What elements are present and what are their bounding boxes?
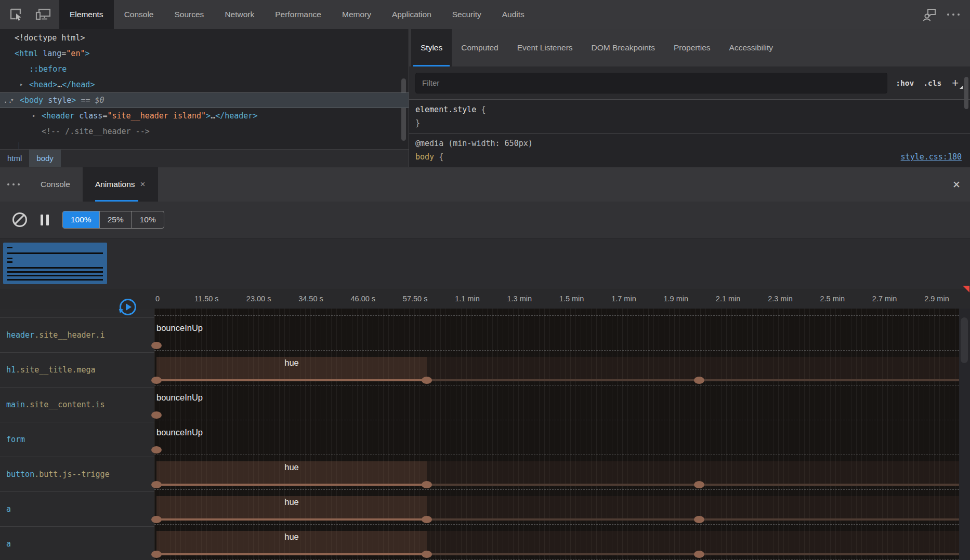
keyframe-point[interactable]	[694, 551, 704, 558]
rule-open-brace: {	[434, 152, 443, 162]
keyframe-point[interactable]	[422, 551, 432, 558]
dom-token-attr: style	[43, 96, 71, 105]
animation-node-a[interactable]: a	[0, 526, 154, 560]
animation-duration-bar	[427, 518, 959, 521]
keyframe-point[interactable]	[422, 481, 432, 488]
animation-node-button[interactable]: button.butt.js--trigge	[0, 457, 154, 491]
dom-node-line[interactable]: <html lang="en">	[0, 46, 409, 61]
animation-track-bounceInUp: bounceInUp	[154, 317, 959, 352]
keyframe-point[interactable]	[151, 411, 162, 419]
dom-token-tag: ::before	[29, 64, 67, 74]
node-classes: .site__header.i	[34, 330, 104, 340]
tab-accessibility[interactable]: Accessibility	[720, 29, 782, 66]
dom-node-line[interactable]: <!doctype html>	[0, 30, 409, 46]
dom-token-attr: class	[74, 111, 102, 121]
keyframe-point[interactable]	[422, 377, 432, 384]
toggle-hover-state-button[interactable]: :hov	[895, 77, 915, 89]
keyframe-point[interactable]	[151, 551, 162, 558]
animation-duration-bar	[156, 553, 427, 555]
tab-console[interactable]: Console	[114, 0, 164, 29]
tab-dom-breakpoints[interactable]: DOM Breakpoints	[582, 29, 664, 66]
breadcrumb-body[interactable]: body	[29, 150, 61, 167]
inspect-cursor-icon[interactable]	[7, 6, 25, 23]
clear-all-icon[interactable]	[12, 212, 27, 227]
animation-group-thumbnail[interactable]	[3, 243, 107, 284]
tab-network[interactable]: Network	[214, 0, 265, 29]
keyframe-point[interactable]	[694, 377, 704, 384]
playback-rate-10[interactable]: 10%	[132, 211, 164, 228]
timeline-scrollbar-thumb[interactable]	[961, 317, 968, 363]
dom-node-line[interactable]: ::before	[0, 61, 409, 77]
tab-performance[interactable]: Performance	[265, 0, 332, 29]
keyframe-point[interactable]	[694, 481, 704, 488]
animation-node-form[interactable]: form	[0, 422, 154, 457]
tab-security[interactable]: Security	[442, 0, 492, 29]
dom-node-line[interactable]: <!-- /.site__header -->	[0, 124, 409, 139]
pause-all-icon[interactable]	[41, 215, 49, 225]
animation-duration-bar	[427, 357, 959, 380]
element-style-rule[interactable]: element.style {	[409, 103, 970, 116]
drawer-close-icon[interactable]: ✕	[952, 167, 961, 202]
timeline-scroll-gutter	[959, 309, 970, 560]
animation-duration-bar	[156, 379, 427, 381]
tab-audits[interactable]: Audits	[492, 0, 535, 29]
body-rule[interactable]: body { style.css:180	[409, 150, 970, 164]
keyframe-point[interactable]	[151, 377, 162, 384]
dom-token-attr: lang	[38, 49, 61, 58]
keyframe-point[interactable]	[151, 446, 162, 454]
dom-node-line[interactable]: ▸<head>…</head>	[0, 77, 409, 92]
keyframe-point[interactable]	[151, 516, 162, 523]
tab-application[interactable]: Application	[382, 0, 442, 29]
drawer-tab-console[interactable]: Console	[28, 167, 83, 202]
drawer-more-menu-icon[interactable]	[0, 167, 28, 202]
dom-token-comment: <!-- /.site__header -->	[42, 127, 150, 136]
tab-memory[interactable]: Memory	[332, 0, 382, 29]
tab-sources[interactable]: Sources	[164, 0, 215, 29]
dom-node-line[interactable]: ▸<header class="site__header island">…</…	[0, 108, 409, 124]
playback-rate-100[interactable]: 100%	[63, 211, 99, 228]
timeline-tick-label: 1.5 min	[559, 295, 584, 303]
breadcrumb-html[interactable]: html	[0, 150, 29, 167]
styles-filter-input[interactable]	[415, 73, 887, 94]
device-toolbar-icon[interactable]	[34, 6, 52, 23]
timeline-scrubber[interactable]	[963, 286, 969, 292]
expand-arrow-icon[interactable]: ▸	[20, 77, 23, 92]
tab-close-icon[interactable]: ×	[140, 179, 146, 190]
animation-node-main[interactable]: main.site__content.is	[0, 387, 154, 422]
replay-timeline-icon[interactable]	[120, 299, 136, 315]
expand-arrow-icon[interactable]: ▸	[32, 108, 36, 124]
tab-computed[interactable]: Computed	[452, 29, 508, 66]
expand-arrow-open-icon[interactable]: ▾	[10, 93, 14, 108]
dom-token-plain: <!doctype html>	[15, 33, 85, 43]
dom-node-line[interactable]: ..▾<body style> == $0	[0, 92, 409, 108]
timeline-tick-label: 23.00 s	[246, 295, 271, 303]
dom-token-value: "en"	[66, 49, 85, 58]
timeline-header: 011.50 s23.00 s34.50 s46.00 s57.50 s1.1 …	[0, 288, 970, 309]
animation-node-a[interactable]: a	[0, 491, 154, 526]
tab-event-listeners[interactable]: Event Listeners	[508, 29, 582, 66]
animation-duration-bar	[156, 518, 427, 521]
drawer-tab-animations[interactable]: Animations×	[83, 167, 158, 202]
animation-node-h1[interactable]: h1.site__title.mega	[0, 352, 154, 387]
playback-rate-25[interactable]: 25%	[99, 211, 132, 228]
rule-selector: element.style	[415, 105, 476, 114]
rule-selector: body	[415, 152, 434, 162]
timeline-tick-label: 2.3 min	[768, 295, 793, 303]
keyframe-point[interactable]	[694, 516, 704, 523]
more-menu-icon[interactable]	[944, 10, 963, 19]
stylesheet-source-link[interactable]: style.css:180	[901, 150, 962, 164]
animation-track-hue: hue	[154, 491, 959, 526]
new-style-rule-button[interactable]: +	[950, 76, 964, 90]
animation-node-header[interactable]: header.site__header.i	[0, 317, 154, 352]
row-divider-dashed	[154, 489, 959, 490]
keyframe-point[interactable]	[151, 342, 162, 349]
tab-elements[interactable]: Elements	[59, 0, 114, 29]
toggle-element-classes-button[interactable]: .cls	[922, 77, 942, 89]
tab-properties[interactable]: Properties	[664, 29, 720, 66]
styles-scrollbar[interactable]	[964, 77, 968, 109]
devtools-window: ElementsConsoleSourcesNetworkPerformance…	[0, 0, 970, 560]
tab-styles[interactable]: Styles	[411, 29, 452, 66]
user-feedback-icon[interactable]	[921, 6, 939, 23]
keyframe-point[interactable]	[422, 516, 432, 523]
keyframe-point[interactable]	[151, 481, 162, 488]
